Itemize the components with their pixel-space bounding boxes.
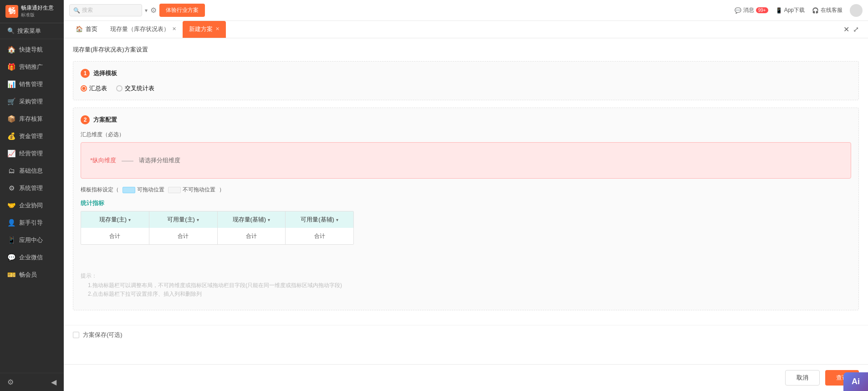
sidebar-item-finance[interactable]: 💰 资金管理	[0, 128, 64, 145]
operations-icon: 📈	[7, 149, 15, 158]
sidebar-nav: 🏠 快捷导航 🎁 营销推广 📊 销售管理 🛒 采购管理 📦 库存核算 💰 资金管…	[0, 39, 64, 373]
sidebar-item-sales[interactable]: 📊 销售管理	[0, 76, 64, 93]
finance-icon: 💰	[7, 132, 15, 140]
sidebar-item-quick-nav[interactable]: 🏠 快捷导航	[0, 41, 64, 58]
cancel-button[interactable]: 取消	[785, 370, 820, 386]
summary-dim-label: 汇总维度（必选）	[81, 131, 851, 139]
tab-home-label: 首页	[86, 25, 97, 33]
template-summary-label: 汇总表	[89, 84, 107, 93]
app-name: 畅康通好生意	[21, 5, 54, 12]
dimension-hint: 请选择分组维度	[139, 156, 180, 165]
sidebar-item-wecom[interactable]: 💬 企业微信	[0, 249, 64, 266]
template-option-cross[interactable]: 交叉统计表	[116, 84, 154, 93]
tab-inventory-label: 现存量（库存状况表）	[110, 25, 169, 33]
app-download-item[interactable]: 📱 App下载	[776, 6, 805, 14]
col-dropdown-3[interactable]: ▾	[268, 217, 270, 222]
industry-plan-button[interactable]: 体验行业方案	[159, 4, 205, 17]
footer-buttons: 取消 查询	[64, 364, 868, 391]
topbar-right: 💬 消息 99+ 📱 App下载 🎧 在线客服	[735, 4, 863, 17]
col-dropdown-1[interactable]: ▾	[128, 217, 131, 222]
sidebar-item-operations[interactable]: 📈 经营管理	[0, 145, 64, 162]
legend-draggable: 可拖动位置	[123, 186, 164, 194]
col-current-stock-main[interactable]: 现存量(主) ▾	[81, 211, 149, 228]
online-service-label: 在线客服	[821, 6, 842, 14]
messages-badge-item[interactable]: 💬 消息 99+	[735, 6, 768, 14]
dimension-area[interactable]: *纵向维度 —— 请选择分组维度	[81, 142, 851, 179]
sidebar-item-label: 资金管理	[19, 132, 43, 140]
sales-icon: 📊	[7, 80, 15, 88]
marketing-icon: 🎁	[7, 63, 15, 71]
radio-summary[interactable]	[81, 85, 87, 92]
dimension-dash: ——	[122, 157, 133, 164]
tips-title: 提示：	[81, 272, 851, 280]
collapse-icon[interactable]: ◀	[51, 378, 56, 386]
user-avatar[interactable]	[850, 4, 863, 17]
col-name-2: 可用量(主)	[167, 216, 195, 224]
stats-table: 现存量(主) ▾ 可用量(主) ▾ 现存量(基辅) ▾	[81, 211, 354, 245]
online-service-item[interactable]: 🎧 在线客服	[812, 6, 842, 14]
template-cross-label: 交叉统计表	[125, 84, 154, 93]
stats-table-header: 现存量(主) ▾ 可用量(主) ▾ 现存量(基辅) ▾	[81, 211, 353, 228]
tab-inventory-close[interactable]: ✕	[172, 26, 176, 32]
legend-not-draggable: 不可拖动位置	[168, 186, 215, 194]
app-center-icon: 📱	[7, 236, 15, 244]
sidebar-item-system[interactable]: ⚙ 系统管理	[0, 180, 64, 197]
indicator-settings: 模板指标设定（ 可拖动位置 不可拖动位置 ）	[81, 186, 851, 194]
search-placeholder-text: 搜索	[82, 6, 93, 14]
section-1-num: 1	[81, 69, 90, 78]
quick-nav-icon: 🏠	[7, 46, 15, 54]
col-available-aux[interactable]: 可用量(基辅) ▾	[286, 211, 353, 228]
save-checkbox[interactable]	[73, 332, 79, 338]
indicator-settings-close: ）	[219, 186, 225, 194]
legend-not-draggable-label: 不可拖动位置	[183, 186, 215, 194]
content-area: 现存量(库存状况表)方案设置 1 选择模板 汇总表 交叉统计表	[64, 38, 868, 364]
logo-text-block: 畅康通好生意 标准版	[21, 5, 54, 18]
col-current-stock-aux[interactable]: 现存量(基辅) ▾	[218, 211, 286, 228]
section-1-template: 1 选择模板 汇总表 交叉统计表	[73, 61, 859, 100]
sidebar-item-label: 畅会员	[19, 271, 37, 279]
settings-icon[interactable]: ⚙	[7, 378, 14, 386]
sidebar: 畅 畅康通好生意 标准版 🔍 搜索菜单 🏠 快捷导航 🎁 营销推广 📊 销售管理…	[0, 0, 64, 391]
messages-count-badge: 99+	[756, 7, 768, 13]
topbar-search-box[interactable]: 🔍 搜索	[69, 4, 142, 16]
sidebar-item-newbie[interactable]: 👤 新手引导	[0, 214, 64, 232]
dimension-placeholder: *纵向维度 —— 请选择分组维度	[90, 156, 180, 165]
tab-home[interactable]: 🏠 首页	[69, 21, 104, 38]
tab-panel-expand-icon[interactable]: ⤢	[853, 25, 859, 34]
sidebar-item-base-info[interactable]: 🗂 基础信息	[0, 162, 64, 180]
dropdown-icon[interactable]: ▾	[145, 7, 148, 14]
tab-inventory-status[interactable]: 现存量（库存状况表） ✕	[104, 21, 183, 38]
template-option-summary[interactable]: 汇总表	[81, 84, 107, 93]
sidebar-item-app-center[interactable]: 📱 应用中心	[0, 232, 64, 249]
legend-not-draggable-box	[168, 187, 181, 193]
sidebar-item-inventory[interactable]: 📦 库存核算	[0, 110, 64, 128]
sidebar-item-membership[interactable]: 🎫 畅会员	[0, 266, 64, 283]
logo-icon: 畅	[5, 5, 18, 18]
section-2-title: 方案配置	[93, 116, 117, 124]
col-available-main[interactable]: 可用量(主) ▾	[149, 211, 218, 228]
section-2-header: 2 方案配置	[81, 115, 851, 124]
col-dropdown-2[interactable]: ▾	[197, 217, 199, 222]
tab-new-plan-close[interactable]: ✕	[215, 26, 220, 32]
sidebar-item-collab[interactable]: 🤝 企业协同	[0, 197, 64, 214]
tab-panel-close-icon[interactable]: ✕	[843, 25, 849, 34]
app-edition: 标准版	[21, 12, 54, 18]
tips-item-1: 1.拖动标题栏可以调整布局，不可跨维度或指标区域拖动栏目字段(只能在同一维度或指…	[81, 282, 851, 289]
col-name-3: 现存量(基辅)	[233, 216, 266, 224]
message-icon: 💬	[735, 7, 741, 14]
base-info-icon: 🗂	[7, 167, 15, 175]
topbar-left: 🔍 搜索 ▾ ⚙ 体验行业方案	[69, 4, 731, 17]
col-name-1: 现存量(主)	[99, 216, 127, 224]
radio-cross[interactable]	[116, 85, 123, 92]
cell-1-1: 合计	[81, 228, 149, 244]
stats-table-row-1: 合计 合计 合计 合计	[81, 228, 353, 244]
sidebar-item-marketing[interactable]: 🎁 营销推广	[0, 58, 64, 76]
ai-badge[interactable]: Ai	[843, 372, 868, 391]
sidebar-item-purchase[interactable]: 🛒 采购管理	[0, 93, 64, 110]
sidebar-search-item[interactable]: 🔍 搜索菜单	[0, 23, 64, 39]
tab-new-plan[interactable]: 新建方案 ✕	[183, 21, 226, 38]
gear-icon[interactable]: ⚙	[150, 6, 157, 15]
col-dropdown-4[interactable]: ▾	[336, 217, 338, 222]
home-icon: 🏠	[76, 26, 83, 32]
sidebar-item-label: 营销推广	[19, 63, 43, 71]
